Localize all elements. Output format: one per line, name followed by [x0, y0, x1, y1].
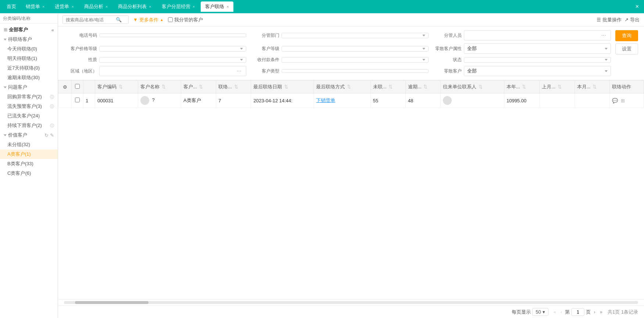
col-customer-type[interactable]: 客户... ⇅ — [181, 81, 216, 93]
my-customers-filter[interactable]: 我分管的客户 — [168, 17, 203, 23]
tab-goods-analysis-list[interactable]: 商品分析列表 × — [114, 1, 155, 12]
payment-input[interactable] — [282, 57, 429, 63]
page-input[interactable] — [571, 308, 584, 316]
page-size-box[interactable]: 50 ▾ — [532, 308, 548, 316]
tab-goods-analysis-list-close[interactable]: × — [149, 4, 151, 9]
level-input[interactable] — [282, 46, 429, 52]
col-checkbox[interactable] — [72, 81, 83, 93]
close-all-button[interactable]: × — [633, 3, 641, 10]
col-this-month[interactable]: 本月... ⇅ — [575, 81, 609, 93]
next-page-btn[interactable]: › — [592, 308, 597, 315]
setting-button[interactable]: 设置 — [615, 43, 638, 54]
tab-goods-analysis[interactable]: 商品分析 × — [80, 1, 112, 12]
col-company-contact[interactable]: 往来单位联系人 ⇅ — [441, 81, 504, 93]
col-last-month-label: 上月... — [542, 84, 555, 89]
col-customer-code[interactable]: 客户编码 ⇅ — [95, 81, 138, 93]
sidebar-item-class-a[interactable]: A类客户(1) — [0, 149, 58, 159]
region-dots[interactable]: ··· — [235, 68, 243, 74]
sidebar-item-unclassified[interactable]: 未分组(32) — [0, 140, 58, 149]
level-arrow — [422, 48, 425, 50]
col-contact[interactable]: 联络... ⇅ — [216, 81, 251, 93]
select-all-checkbox[interactable] — [75, 84, 80, 89]
col-gear[interactable]: ⚙ — [58, 81, 72, 93]
my-customers-checkbox[interactable] — [168, 17, 173, 22]
tab-sales-close[interactable]: × — [42, 4, 44, 9]
sidebar-collapse-icon[interactable]: « — [51, 27, 54, 33]
sidebar-item-overdue[interactable]: 逾期未联络(30) — [0, 73, 58, 82]
cell-last-contact-method[interactable]: 下销货单 — [314, 93, 371, 108]
prev-page-btn[interactable]: ‹ — [559, 308, 564, 315]
payment-label: 收付款条件 — [246, 57, 279, 63]
price-level-label: 客户价格等级 — [64, 46, 97, 52]
class-c-label: C类客户(6) — [7, 170, 31, 177]
cell-checkbox[interactable] — [72, 93, 83, 108]
tab-customer-contact[interactable]: 客户联络 × — [201, 1, 233, 12]
filter-search-icon[interactable]: 🔍 — [116, 17, 122, 22]
page-size-arrow: ▾ — [543, 309, 545, 315]
edit-icon[interactable]: ✎ — [50, 132, 54, 138]
tab-goods-analysis-close[interactable]: × — [105, 4, 108, 9]
scattered-attr-input[interactable]: 全部 — [464, 43, 611, 54]
tab-customer-segment-close[interactable]: × — [193, 4, 195, 9]
sidebar-item-near7days[interactable]: 近7天待联络(0) — [0, 63, 58, 73]
tab-customer-contact-close[interactable]: × — [226, 4, 229, 9]
more-action-icon[interactable]: ⊞ — [621, 98, 625, 103]
region-input[interactable]: ··· — [99, 66, 246, 76]
col-last-month[interactable]: 上月... ⇅ — [540, 81, 575, 93]
section-pending-label: 待联络客户 — [8, 36, 32, 43]
sidebar-section-pending-contact[interactable]: 待联络客户 — [0, 35, 58, 44]
phone-input[interactable] — [99, 33, 246, 37]
sidebar-item-continuous-down[interactable]: 持续下滑客户(2) ⓘ — [0, 121, 58, 130]
sidebar-item-today[interactable]: 今天待联络(0) — [0, 44, 58, 54]
sidebar-section-value[interactable]: 价值客户 ↻ ✎ — [0, 130, 58, 140]
col-contact-action[interactable]: 联络动作 — [609, 81, 644, 93]
person-dots[interactable]: ··· — [600, 32, 608, 39]
status-input[interactable] — [464, 57, 611, 63]
export-button[interactable]: ↗ 导出 — [625, 17, 640, 23]
row-checkbox[interactable] — [75, 98, 80, 102]
filter-search-input[interactable] — [66, 17, 114, 22]
col-this-year[interactable]: 本年... ⇅ — [504, 81, 539, 93]
sidebar-item-loss-risk[interactable]: 流失预警客户(3) ⓘ — [0, 102, 58, 111]
sidebar-item-repeat-buy-abnormal[interactable]: 回购异常客户(2) ⓘ — [0, 92, 58, 102]
tab-purchase[interactable]: 进货单 × — [50, 1, 78, 12]
tab-sales[interactable]: 销货单 × — [21, 1, 49, 12]
person-input[interactable]: ··· — [464, 30, 611, 40]
sidebar-item-tomorrow[interactable]: 明天待联络(1) — [0, 54, 58, 63]
col-no-contact[interactable]: 未联... ⇅ — [371, 81, 405, 93]
last-contact-method-link[interactable]: 下销货单 — [316, 98, 335, 103]
chat-icon[interactable]: 💬 — [612, 98, 618, 103]
tab-customer-segment[interactable]: 客户分层经营 × — [157, 1, 199, 12]
refresh-icon[interactable]: ↻ — [44, 132, 49, 138]
col-last-contact-date[interactable]: 最后联络日期 ⇅ — [251, 81, 314, 93]
home-tab[interactable]: 首页 — [3, 1, 20, 12]
col-overdue[interactable]: 逾期... ⇅ — [405, 81, 440, 93]
repeat-buy-abnormal-label: 回购异常客户(2) — [7, 93, 42, 100]
horizontal-scrollbar[interactable] — [64, 301, 638, 304]
more-filters-btn[interactable]: ▼ 更多条件 ▲ — [133, 17, 164, 23]
last-page-btn[interactable]: » — [598, 308, 604, 315]
nature-input[interactable] — [99, 57, 246, 63]
col-last-contact-date-label: 最后联络日期 — [253, 84, 282, 89]
sidebar-search-input[interactable] — [3, 16, 58, 21]
dept-input[interactable] — [282, 33, 429, 38]
col-customer-name[interactable]: 客户名称 ⇅ — [138, 81, 181, 93]
scrollbar-thumb[interactable] — [75, 301, 149, 304]
batch-op-button[interactable]: ☰ 批量操作 — [597, 17, 622, 23]
sidebar-item-already-lost[interactable]: 已流失客户(24) — [0, 111, 58, 121]
filter-row-1: 电话号码 分管部门 — [64, 30, 611, 40]
scattered-input[interactable]: 全部 — [464, 66, 611, 76]
first-page-btn[interactable]: « — [552, 308, 558, 315]
gear-icon[interactable]: ⚙ — [63, 84, 67, 90]
customer-type-input[interactable] — [282, 69, 429, 73]
loss-risk-label: 流失预警客户(3) — [7, 103, 42, 110]
price-level-input[interactable] — [99, 46, 246, 52]
filter-search-box: 🔍 — [62, 15, 129, 24]
sidebar-item-class-c[interactable]: C类客户(6) — [0, 169, 58, 178]
sidebar-section-problem[interactable]: 问题客户 — [0, 82, 58, 92]
tab-purchase-close[interactable]: × — [71, 4, 74, 9]
sidebar-item-class-b[interactable]: B类客户(33) — [0, 159, 58, 169]
col-last-contact-method[interactable]: 最后联络方式 ⇅ — [314, 81, 371, 93]
class-b-label: B类客户(33) — [7, 160, 33, 167]
query-button[interactable]: 查询 — [615, 30, 638, 41]
